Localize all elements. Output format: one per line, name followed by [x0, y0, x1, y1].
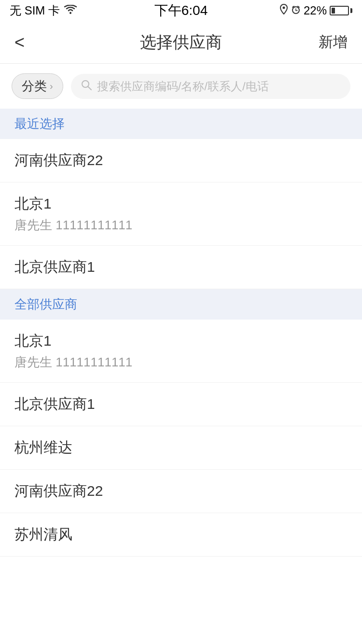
location-icon [279, 4, 288, 17]
search-input[interactable] [97, 79, 341, 94]
search-icon [81, 79, 92, 94]
svg-line-4 [88, 86, 91, 90]
search-bar: 分类 › [0, 64, 362, 109]
nav-bar: < 选择供应商 新增 [0, 21, 362, 64]
list-item[interactable]: 北京1唐先生 11111111111 [0, 182, 362, 246]
status-bar: 无 SIM 卡 下午6:04 22 [0, 0, 362, 21]
wifi-icon [64, 4, 77, 17]
alarm-icon [291, 4, 301, 17]
add-button[interactable]: 新增 [319, 32, 348, 52]
battery-percent: 22% [304, 4, 327, 17]
status-right: 22% [279, 4, 352, 17]
status-time: 下午6:04 [154, 1, 208, 20]
carrier-label: 无 SIM 卡 [10, 3, 60, 18]
chevron-right-icon: › [50, 81, 53, 92]
list-item[interactable]: 杭州维达 [0, 426, 362, 470]
search-input-wrapper[interactable] [71, 74, 350, 99]
supplier-contact: 唐先生 11111111111 [14, 217, 348, 234]
list-item[interactable]: 北京供应商1 [0, 383, 362, 426]
list-item[interactable]: 北京1唐先生 11111111111 [0, 320, 362, 383]
section-header-all: 全部供应商 [0, 289, 362, 320]
svg-point-0 [70, 12, 71, 14]
list-item[interactable]: 北京供应商1 [0, 246, 362, 289]
supplier-name: 杭州维达 [14, 438, 348, 458]
supplier-name: 河南供应商22 [14, 481, 348, 501]
supplier-list: 最近选择河南供应商22北京1唐先生 11111111111北京供应商1全部供应商… [0, 109, 362, 557]
battery-icon [330, 6, 352, 15]
supplier-name: 北京1 [14, 194, 348, 214]
supplier-name: 河南供应商22 [14, 151, 348, 170]
category-label: 分类 [22, 78, 47, 95]
section-header-recent: 最近选择 [0, 109, 362, 139]
category-filter-button[interactable]: 分类 › [12, 73, 63, 99]
supplier-contact: 唐先生 11111111111 [14, 354, 348, 371]
supplier-name: 北京供应商1 [14, 394, 348, 414]
supplier-name: 北京1 [14, 331, 348, 351]
page-title: 选择供应商 [140, 31, 222, 54]
status-left: 无 SIM 卡 [10, 3, 77, 18]
list-item[interactable]: 河南供应商22 [0, 139, 362, 182]
back-button[interactable]: < [14, 32, 43, 53]
list-item[interactable]: 苏州清风 [0, 513, 362, 557]
list-item[interactable]: 河南供应商22 [0, 470, 362, 513]
supplier-name: 北京供应商1 [14, 257, 348, 277]
svg-point-1 [282, 7, 285, 9]
supplier-name: 苏州清风 [14, 525, 348, 545]
